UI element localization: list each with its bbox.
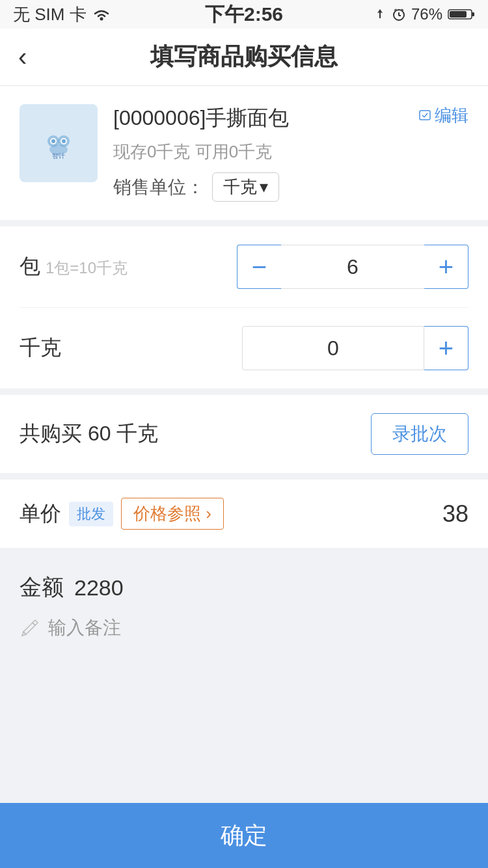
kg-input-row: 千克 + bbox=[20, 308, 468, 388]
location-icon bbox=[373, 8, 386, 21]
amount-row: 金额 2280 bbox=[20, 573, 468, 603]
wifi-icon bbox=[92, 7, 111, 21]
svg-text:智计: 智计 bbox=[52, 152, 65, 159]
unit-value: 千克 bbox=[223, 176, 257, 198]
product-unit-row: 销售单位： 千克 ▾ bbox=[113, 172, 468, 202]
product-info: [0000006]手撕面包 编辑 现存0千克 可用0千克 销售单位： 千克 ▾ bbox=[113, 104, 468, 202]
page-title: 填写商品购买信息 bbox=[150, 41, 338, 73]
remark-row[interactable]: 输入备注 bbox=[20, 616, 468, 640]
product-image: 智计 bbox=[20, 104, 98, 182]
status-time: 下午2:56 bbox=[205, 1, 283, 28]
svg-rect-8 bbox=[472, 12, 474, 16]
status-bar: 无 SIM 卡 下午2:56 76% bbox=[0, 0, 488, 29]
total-text: 共购买 60 千克 bbox=[20, 420, 158, 448]
edit-icon bbox=[418, 109, 432, 123]
total-row: 共购买 60 千克 录批次 bbox=[0, 395, 488, 480]
amount-label: 金额 bbox=[20, 573, 64, 603]
price-row: 单价 批发 价格参照 › 38 bbox=[20, 498, 468, 530]
bag-stepper: − + bbox=[237, 245, 468, 289]
edit-label: 编辑 bbox=[435, 104, 468, 127]
kg-quantity-input[interactable] bbox=[242, 326, 424, 370]
pencil-icon bbox=[20, 617, 40, 638]
svg-point-14 bbox=[51, 139, 55, 143]
bag-input-row: 包1包=10千克 − + bbox=[20, 226, 468, 308]
bag-quantity-input[interactable] bbox=[281, 245, 424, 289]
battery-percentage: 76% bbox=[411, 5, 442, 23]
bag-plus-button[interactable]: + bbox=[424, 245, 468, 289]
kg-plus-button[interactable]: + bbox=[424, 326, 468, 370]
empty-space bbox=[0, 653, 488, 809]
product-name: [0000006]手撕面包 bbox=[113, 104, 289, 133]
svg-rect-18 bbox=[420, 111, 430, 120]
price-ref-button[interactable]: 价格参照 › bbox=[121, 498, 224, 530]
edit-button[interactable]: 编辑 bbox=[418, 104, 468, 127]
kg-label: 千克 bbox=[20, 334, 61, 362]
svg-point-0 bbox=[100, 18, 103, 21]
no-sim-text: 无 SIM 卡 bbox=[13, 3, 87, 26]
dropdown-arrow-icon: ▾ bbox=[260, 177, 268, 197]
price-value: 38 bbox=[442, 500, 468, 528]
status-right: 76% bbox=[373, 5, 475, 23]
amount-value: 2280 bbox=[74, 575, 124, 601]
price-label: 单价 批发 价格参照 › bbox=[20, 498, 224, 530]
nav-bar: ‹ 填写商品购买信息 bbox=[0, 29, 488, 86]
svg-rect-9 bbox=[450, 11, 467, 18]
product-logo: 智计 bbox=[36, 127, 81, 159]
product-card: 智计 [0000006]手撕面包 编辑 现存0千克 可用0千克 销售单位： 千克… bbox=[0, 86, 488, 226]
amount-section: 金额 2280 输入备注 bbox=[0, 554, 488, 653]
product-stock: 现存0千克 可用0千克 bbox=[113, 141, 468, 163]
batch-button[interactable]: 录批次 bbox=[371, 413, 468, 455]
price-section: 单价 批发 价格参照 › 38 bbox=[0, 480, 488, 554]
bag-label: 包1包=10千克 bbox=[20, 252, 128, 281]
bag-minus-button[interactable]: − bbox=[237, 245, 281, 289]
input-section: 包1包=10千克 − + 千克 + bbox=[0, 226, 488, 395]
unit-label: 销售单位： bbox=[113, 175, 204, 200]
price-badge: 批发 bbox=[69, 502, 113, 526]
price-label-text: 单价 bbox=[20, 500, 61, 528]
svg-point-15 bbox=[62, 139, 66, 143]
kg-input-wrapper: + bbox=[242, 326, 468, 370]
back-button[interactable]: ‹ bbox=[18, 42, 27, 72]
status-left: 无 SIM 卡 bbox=[13, 3, 111, 26]
confirm-button[interactable]: 确定 bbox=[0, 803, 488, 868]
battery-icon bbox=[448, 8, 475, 21]
remark-label: 输入备注 bbox=[48, 616, 121, 640]
unit-dropdown[interactable]: 千克 ▾ bbox=[212, 172, 279, 202]
bag-sub-label: 1包=10千克 bbox=[46, 259, 128, 277]
alarm-icon bbox=[392, 8, 406, 21]
